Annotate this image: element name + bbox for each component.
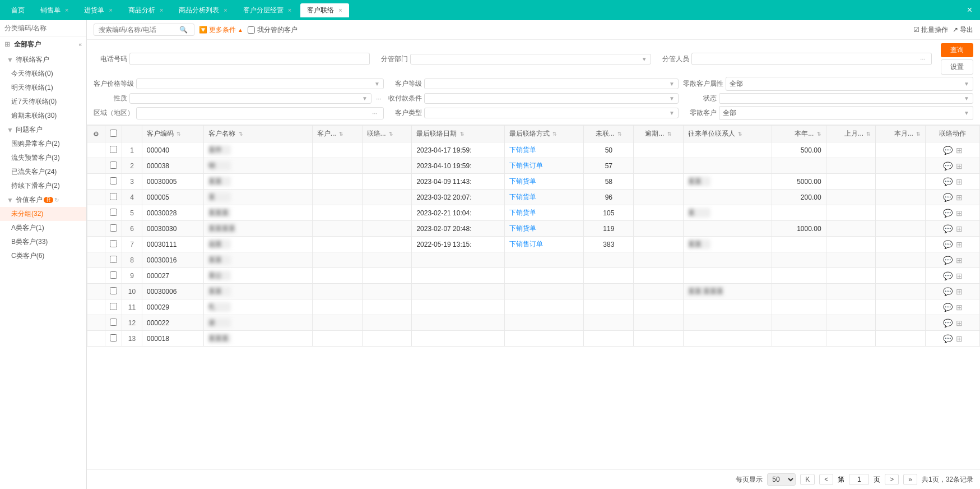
sidebar-item-unclassified[interactable]: 未分组(32) [0,207,86,221]
nav-purchase[interactable]: 进货单 × [77,3,119,17]
grid-action-icon[interactable]: ⊞ [956,319,963,327]
filter-customer-level-select[interactable]: ▼ [424,79,679,89]
row-last-way[interactable]: 下销货单 [505,174,584,190]
chat-icon[interactable]: 💬 [943,209,953,218]
th-last-date[interactable]: 最后联络日期 ⇅ [412,126,505,142]
row-last-way[interactable]: 下销货单 [505,190,584,205]
row-last-way[interactable]: 下销售订单 [505,158,584,174]
chat-icon[interactable]: 💬 [943,193,953,202]
row-last-way[interactable] [505,268,584,284]
reset-button[interactable]: 设置 [941,59,973,75]
close-purchase[interactable]: × [109,7,112,13]
nav-product-analysis[interactable]: 商品分析 × [122,3,170,17]
last-way-link[interactable]: 下销货单 [509,177,536,185]
first-page-btn[interactable]: K [800,474,815,485]
filter-payment-select[interactable]: ▼ [424,93,679,104]
row-check[interactable] [105,174,122,190]
nav-home[interactable]: 首页 [4,3,31,17]
last-way-link[interactable]: 下销货单 [509,209,536,216]
chat-icon[interactable]: 💬 [943,303,953,312]
grid-action-icon[interactable]: ⊞ [956,256,963,265]
prev-page-btn[interactable]: < [819,474,833,485]
chat-icon[interactable]: 💬 [943,162,953,170]
search-icon[interactable]: 🔍 [179,26,188,34]
region-dots-icon[interactable]: ··· [370,109,380,117]
filter-status-select[interactable]: ▼ [719,93,973,104]
sidebar-item-today-pending[interactable]: 今天待联络(0) [0,67,86,81]
all-customers-header[interactable]: ⊞ 全部客户 « [0,36,86,53]
last-way-link[interactable]: 下销货单 [509,224,536,232]
th-contact-person[interactable]: 往来单位联系人 ⇅ [684,126,772,142]
close-product-analysis[interactable]: × [160,7,163,13]
my-customers-check[interactable] [248,26,255,34]
row-check[interactable] [105,190,122,205]
filter-price-level-select[interactable]: ▼ [136,79,384,89]
row-check[interactable] [105,299,122,315]
row-last-way[interactable] [505,252,584,268]
row-last-way[interactable] [505,315,584,331]
row-check[interactable] [105,252,122,268]
next-page-btn[interactable]: > [885,474,899,485]
th-check[interactable] [105,126,122,142]
grid-action-icon[interactable]: ⊞ [956,224,963,233]
sidebar-search-input[interactable] [4,24,87,32]
chat-icon[interactable]: 💬 [943,177,953,186]
grid-action-icon[interactable]: ⊞ [956,240,963,249]
refresh-icon[interactable]: ↻ [54,197,59,203]
more-conditions-btn[interactable]: 🔽 更多条件 ▲ [199,25,243,35]
row-last-way[interactable] [505,331,584,347]
last-way-link[interactable]: 下销货单 [509,193,536,201]
th-last-month[interactable]: 上月... ⇅ [826,126,876,142]
th-last-way[interactable]: 最后联络方式 ⇅ [505,126,584,142]
th-code[interactable]: 客户编码 ⇅ [142,126,204,142]
sidebar-item-churn-warning[interactable]: 流失预警客户(3) [0,151,86,165]
row-check[interactable] [105,221,122,237]
sidebar-item-hoarding-abnormal[interactable]: 囤购异常客户(2) [0,137,86,151]
grid-action-icon[interactable]: ⊞ [956,303,963,312]
grid-action-icon[interactable]: ⊞ [956,209,963,218]
sidebar-item-tomorrow-pending[interactable]: 明天待联络(1) [0,81,86,95]
last-way-link[interactable]: 下销货单 [509,146,536,154]
my-customers-checkbox[interactable]: 我分管的客户 [248,25,298,35]
filter-manager-select[interactable]: ··· [691,53,932,65]
last-way-link[interactable]: 下销售订单 [509,240,543,248]
row-check[interactable] [105,142,122,158]
sidebar-item-7days-pending[interactable]: 近7天待联络(0) [0,95,86,109]
filter-dept-select[interactable]: ▼ [410,54,651,64]
th-type[interactable]: 客户... ⇅ [312,126,362,142]
row-check[interactable] [105,315,122,331]
row-last-way[interactable]: 下销货单 [505,142,584,158]
th-no-contact[interactable]: 未联... ⇅ [584,126,634,142]
chat-icon[interactable]: 💬 [943,334,953,343]
chat-icon[interactable]: 💬 [943,146,953,155]
sidebar-item-declining[interactable]: 持续下滑客户(2) [0,179,86,193]
row-last-way[interactable] [505,284,584,299]
sidebar-item-class-b[interactable]: B类客户(33) [0,235,86,249]
group-pending-contact[interactable]: ▼ 待联络客户 [0,53,86,67]
close-customer-contact[interactable]: × [338,7,342,13]
nav-product-analysis-list[interactable]: 商品分析列表 × [172,3,234,17]
row-check[interactable] [105,268,122,284]
row-last-way[interactable]: 下销货单 [505,205,584,221]
filter-phone-input[interactable] [129,53,370,65]
select-all-checkbox[interactable] [110,130,117,137]
sidebar-item-churned[interactable]: 已流失客户(24) [0,165,86,179]
filter-nature-select[interactable]: ▼ [129,93,371,104]
grid-action-icon[interactable]: ⊞ [956,177,963,186]
filter-retail-attr-select[interactable]: 全部 ▼ [726,77,973,91]
batch-ops-btn[interactable]: ☑ 批量操作 [913,25,948,35]
grid-action-icon[interactable]: ⊞ [956,271,963,280]
sidebar-item-class-a[interactable]: A类客户(1) [0,221,86,235]
page-size-select[interactable]: 50 100 [767,473,796,486]
nav-sales-order[interactable]: 销售单 × [34,3,75,17]
group-problem-customers[interactable]: ▼ 问题客户 [0,123,86,137]
chat-icon[interactable]: 💬 [943,224,953,233]
nav-customer-contact[interactable]: 客户联络 × [300,3,349,17]
grid-action-icon[interactable]: ⊞ [956,287,963,296]
last-way-link[interactable]: 下销售订单 [509,162,543,169]
query-button[interactable]: 查询 [941,43,973,57]
th-overdue[interactable]: 逾期... ⇅ [634,126,684,142]
manager-dots-icon[interactable]: ··· [918,55,928,63]
filter-retail-select[interactable]: 全部 ▼ [719,106,973,120]
th-this-month[interactable]: 本月... ⇅ [876,126,926,142]
